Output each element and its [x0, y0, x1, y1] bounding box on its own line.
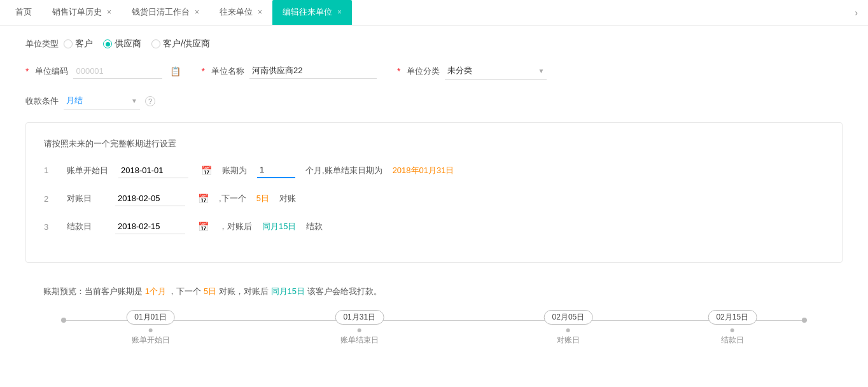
period-number-2: 2 — [44, 194, 57, 204]
unit-category-select[interactable]: 未分类 ▼ — [445, 62, 547, 80]
radio-circle-both — [151, 39, 160, 48]
period-suffix-pre-1: 账期为 — [222, 165, 247, 176]
basic-info-row: * 单位编码 📋 * 单位名称 * 单位分类 未分类 ▼ — [25, 62, 843, 80]
unit-code-input[interactable] — [73, 64, 162, 79]
category-chevron-icon: ▼ — [538, 67, 544, 74]
period-highlight-2: 5日 — [256, 193, 269, 204]
timeline-dot-2 — [358, 328, 361, 332]
period-number-3: 3 — [44, 222, 57, 232]
timeline-pill-1: 01月01日 — [126, 310, 175, 325]
period-date-3[interactable] — [115, 219, 185, 234]
period-suffix-post-3: 结款 — [306, 221, 323, 232]
period-date-1[interactable] — [118, 163, 188, 178]
preview-part2: 5日 — [204, 286, 216, 296]
timeline-dot-3 — [566, 328, 570, 332]
close-tab-cash-work[interactable]: × — [195, 8, 199, 17]
period-label-3: 结款日 — [67, 221, 105, 232]
timeline-left-dot — [61, 318, 66, 323]
calendar-icon-1[interactable]: 📅 — [201, 165, 212, 176]
period-label-2: 对账日 — [67, 193, 105, 204]
payment-terms-group: 收款条件 月结 ▼ ? — [25, 92, 155, 109]
payment-terms-value: 月结 — [66, 95, 83, 106]
calendar-icon-2[interactable]: 📅 — [198, 194, 209, 204]
unit-type-label: 单位类型 — [25, 38, 59, 50]
period-suffix-post-2: 对账 — [279, 193, 296, 204]
radio-circle-supplier — [103, 39, 112, 48]
timeline-pill-2: 01月31日 — [335, 310, 384, 325]
tab-edit-partner[interactable]: 编辑往来单位 × — [272, 0, 352, 25]
unit-code-label: 单位编码 — [35, 66, 68, 77]
timeline-pill-4: 02月15日 — [708, 310, 757, 325]
period-label-1: 账单开始日 — [67, 165, 108, 176]
timeline-node-2: 01月31日 账单结束日 — [335, 310, 384, 346]
period-months-input[interactable] — [257, 162, 295, 178]
preview-label: 账期预览：当前客户账期是 — [43, 286, 143, 296]
period-number-1: 1 — [44, 165, 57, 175]
timeline-label-1: 账单开始日 — [132, 335, 170, 346]
main-content: 单位类型 客户 供应商 客户/供应商 * 单位编码 — [0, 25, 868, 387]
timeline-label-3: 对账日 — [557, 335, 580, 346]
timeline-dot-1 — [149, 328, 153, 332]
preview-part1-sep: ，下一个 — [168, 286, 201, 296]
radio-circle-customer — [64, 39, 73, 48]
unit-code-group: * 单位编码 📋 — [25, 64, 181, 79]
tab-home[interactable]: 首页 — [5, 0, 42, 25]
period-row-1: 1 账单开始日 📅 账期为 个月,账单结束日期为 2018年01月31日 — [44, 162, 824, 178]
section-hint: 请按照未来的一个完整帐期进行设置 — [44, 138, 824, 150]
close-tab-partner[interactable]: × — [258, 8, 262, 17]
required-star-category: * — [397, 66, 400, 76]
period-end-date: 2018年01月31日 — [393, 165, 454, 176]
period-highlight-3: 同月15日 — [262, 221, 296, 232]
close-tab-edit-partner[interactable]: × — [337, 8, 342, 17]
unit-name-group: * 单位名称 — [201, 64, 376, 79]
unit-name-input[interactable] — [249, 64, 377, 79]
help-icon[interactable]: ? — [145, 96, 155, 106]
radio-group-unit-type: 客户 供应商 客户/供应商 — [64, 38, 210, 50]
tab-more-button[interactable]: › — [850, 0, 863, 25]
period-row-2: 2 对账日 📅 ,下一个 5日 对账 — [44, 191, 824, 206]
payment-terms-label: 收款条件 — [25, 95, 59, 107]
payment-terms-row: 收款条件 月结 ▼ ? — [25, 92, 843, 109]
preview-part2-sep: 对账，对账后 — [219, 286, 269, 296]
preview-part3: 同月15日 — [271, 286, 305, 296]
tab-bar: 首页 销售订单历史 × 钱货日清工作台 × 往来单位 × 编辑往来单位 × › — [0, 0, 868, 25]
copy-icon[interactable]: 📋 — [170, 66, 181, 76]
unit-type-group: 单位类型 客户 供应商 客户/供应商 — [25, 38, 210, 50]
unit-category-group: * 单位分类 未分类 ▼ — [397, 62, 547, 80]
timeline-pill-3: 02月05日 — [544, 310, 593, 325]
calendar-icon-3[interactable]: 📅 — [198, 222, 209, 232]
timeline-node-3: 02月05日 对账日 — [544, 310, 593, 346]
timeline-dot-4 — [731, 328, 734, 332]
tab-partner[interactable]: 往来单位 × — [209, 0, 272, 25]
unit-type-row: 单位类型 客户 供应商 客户/供应商 — [25, 38, 843, 50]
timeline-label-4: 结款日 — [721, 335, 744, 346]
period-settings-card: 请按照未来的一个完整帐期进行设置 1 账单开始日 📅 账期为 个月,账单结束日期… — [25, 122, 843, 263]
radio-customer[interactable]: 客户 — [64, 38, 93, 50]
unit-name-label: 单位名称 — [211, 66, 244, 77]
tab-cash-work[interactable]: 钱货日清工作台 × — [122, 0, 209, 25]
preview-section: 账期预览：当前客户账期是 1个月 ，下一个 5日 对账，对账后 同月15日 该客… — [25, 276, 843, 365]
unit-category-value: 未分类 — [447, 65, 472, 76]
timeline-right-dot — [802, 318, 807, 323]
timeline-node-4: 02月15日 结款日 — [708, 310, 757, 346]
tab-sales-order-history[interactable]: 销售订单历史 × — [42, 0, 122, 25]
radio-both[interactable]: 客户/供应商 — [151, 38, 210, 50]
preview-part1: 1个月 — [145, 286, 166, 296]
payment-terms-select[interactable]: 月结 ▼ — [64, 92, 140, 109]
period-suffix-post-1: 个月,账单结束日期为 — [305, 165, 382, 176]
period-date-2[interactable] — [115, 191, 185, 206]
required-star-code: * — [25, 66, 29, 76]
payment-terms-chevron-icon: ▼ — [131, 97, 137, 104]
period-row-3: 3 结款日 📅 ，对账后 同月15日 结款 — [44, 219, 824, 234]
period-suffix-pre-3: ，对账后 — [219, 221, 252, 232]
timeline-node-1: 01月01日 账单开始日 — [126, 310, 175, 346]
period-suffix-pre-2: ,下一个 — [219, 193, 246, 204]
preview-text: 账期预览：当前客户账期是 1个月 ，下一个 5日 对账，对账后 同月15日 该客… — [43, 286, 825, 297]
radio-supplier[interactable]: 供应商 — [103, 38, 141, 50]
close-tab-sales-order[interactable]: × — [107, 8, 111, 17]
timeline-label-2: 账单结束日 — [340, 335, 379, 346]
required-star-name: * — [201, 66, 204, 76]
unit-category-label: 单位分类 — [407, 66, 440, 77]
timeline-container: 01月01日 账单开始日 01月31日 账单结束日 02月05日 对账日 — [43, 310, 825, 355]
preview-part3-end: 该客户会给我打款。 — [307, 286, 382, 296]
